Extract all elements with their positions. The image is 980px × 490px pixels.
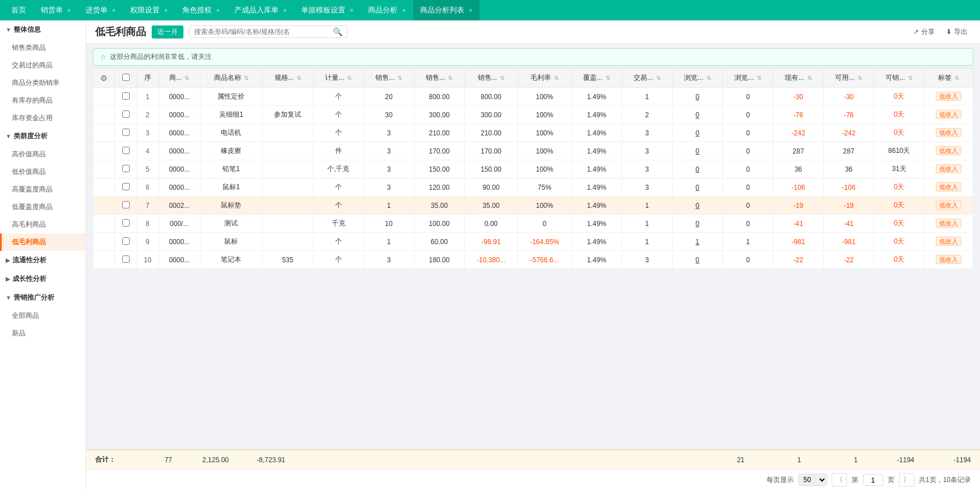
- view1-link[interactable]: 0: [696, 184, 700, 191]
- col-settings[interactable]: ⚙: [93, 69, 115, 88]
- col-sale-count[interactable]: 销售... ⇅: [363, 69, 414, 88]
- select-all-checkbox[interactable]: [122, 74, 130, 81]
- view1-link[interactable]: 1: [696, 238, 700, 246]
- sidebar-item-high-margin[interactable]: 高毛利商品: [0, 216, 85, 233]
- settings-icon[interactable]: ⚙: [100, 74, 108, 83]
- cell-checkbox[interactable]: [115, 215, 136, 233]
- cell-view1[interactable]: 0: [672, 160, 722, 178]
- sidebar-item-sales-goods[interactable]: 销售类商品: [0, 39, 85, 57]
- sidebar-group-overall[interactable]: ▼ 整体信息: [0, 20, 85, 39]
- row-checkbox[interactable]: [122, 255, 130, 263]
- cell-view1[interactable]: 0: [672, 124, 722, 142]
- search-icon[interactable]: 🔍: [333, 27, 343, 36]
- col-checkbox[interactable]: [115, 69, 136, 88]
- col-sellable[interactable]: 可销... ⇅: [874, 69, 925, 88]
- col-trade[interactable]: 交易... ⇅: [622, 69, 672, 88]
- col-name[interactable]: 商品名称 ⇅: [200, 69, 262, 88]
- view1-link[interactable]: 0: [696, 111, 700, 119]
- sidebar-group-flow[interactable]: ▶ 流通性分析: [0, 251, 85, 270]
- sidebar-item-low-coverage[interactable]: 低覆盖度商品: [0, 198, 85, 216]
- per-page-select[interactable]: 50 100 200: [798, 474, 827, 486]
- sidebar-group-marketing[interactable]: ▼ 营销推广分析: [0, 288, 85, 307]
- sidebar-group-growth[interactable]: ▶ 成长性分析: [0, 270, 85, 288]
- row-checkbox[interactable]: [122, 201, 130, 208]
- row-checkbox[interactable]: [122, 110, 130, 118]
- cell-view1[interactable]: 1: [672, 233, 722, 251]
- nav-role[interactable]: 角色授权 ×: [176, 0, 226, 20]
- sidebar-item-traded-goods[interactable]: 交易过的商品: [0, 57, 85, 74]
- view1-link[interactable]: 0: [696, 256, 700, 264]
- nav-analysis-list-close[interactable]: ×: [469, 7, 472, 14]
- nav-template-close[interactable]: ×: [350, 7, 353, 14]
- search-input[interactable]: [194, 28, 333, 36]
- nav-sales-close[interactable]: ×: [67, 7, 71, 14]
- cell-checkbox[interactable]: [115, 233, 136, 251]
- sidebar-item-all-goods[interactable]: 全部商品: [0, 307, 85, 325]
- sidebar-item-high-coverage[interactable]: 高覆盖度商品: [0, 181, 85, 198]
- col-spec[interactable]: 规格... ⇅: [262, 69, 313, 88]
- nav-home[interactable]: 首页: [5, 0, 33, 20]
- prev-page-button[interactable]: 〈: [832, 473, 847, 487]
- period-button[interactable]: 近一月: [152, 25, 183, 39]
- nav-analysis-close[interactable]: ×: [402, 7, 405, 14]
- nav-purchase[interactable]: 进货单 ×: [79, 0, 122, 20]
- sidebar-item-inventory-capital[interactable]: 库存资金占用: [0, 109, 85, 127]
- row-checkbox[interactable]: [122, 147, 130, 154]
- cell-checkbox[interactable]: [115, 160, 136, 178]
- sidebar-item-stocked-goods[interactable]: 有库存的商品: [0, 92, 85, 109]
- cell-checkbox[interactable]: [115, 124, 136, 142]
- nav-purchase-close[interactable]: ×: [112, 7, 115, 14]
- cell-view1[interactable]: 0: [672, 106, 722, 124]
- nav-permission-close[interactable]: ×: [164, 7, 168, 14]
- sidebar-group-cluster[interactable]: ▼ 类群度分析: [0, 127, 85, 146]
- cell-checkbox[interactable]: [115, 106, 136, 124]
- sidebar-item-new-goods[interactable]: 新品: [0, 325, 85, 342]
- row-checkbox[interactable]: [122, 237, 130, 245]
- cell-checkbox[interactable]: [115, 142, 136, 160]
- share-button[interactable]: ↗ 分享: [910, 26, 938, 38]
- view1-link[interactable]: 0: [696, 165, 700, 173]
- cell-checkbox[interactable]: [115, 251, 136, 269]
- row-checkbox[interactable]: [122, 129, 130, 136]
- nav-product-in[interactable]: 产成品入库单 ×: [228, 0, 293, 20]
- row-checkbox[interactable]: [122, 165, 130, 172]
- view1-link[interactable]: 0: [696, 202, 700, 210]
- col-view2[interactable]: 浏览... ⇅: [722, 69, 773, 88]
- sidebar-item-low-value[interactable]: 低价值商品: [0, 163, 85, 181]
- row-checkbox[interactable]: [122, 183, 130, 190]
- cell-checkbox[interactable]: [115, 197, 136, 215]
- col-unit[interactable]: 计量... ⇅: [313, 69, 363, 88]
- nav-analysis-list[interactable]: 商品分析列表 ×: [413, 0, 479, 20]
- cell-view1[interactable]: 0: [672, 88, 722, 106]
- page-number-input[interactable]: [863, 474, 883, 486]
- nav-template[interactable]: 单据模板设置 ×: [294, 0, 360, 20]
- row-checkbox[interactable]: [122, 219, 130, 227]
- cell-view1[interactable]: 0: [672, 178, 722, 197]
- col-coverage[interactable]: 覆盖... ⇅: [571, 69, 622, 88]
- view1-link[interactable]: 0: [696, 147, 700, 155]
- col-available[interactable]: 可用... ⇅: [824, 69, 874, 88]
- col-gross-rate[interactable]: 毛利率 ⇅: [517, 69, 571, 88]
- view1-link[interactable]: 0: [696, 129, 700, 137]
- view1-link[interactable]: 0: [696, 220, 700, 228]
- col-tag[interactable]: 标签 ⇅: [925, 69, 973, 88]
- col-sale-profit[interactable]: 销售... ⇅: [464, 69, 517, 88]
- view1-link[interactable]: 0: [696, 93, 700, 101]
- sidebar-item-category-rate[interactable]: 商品分类助销率: [0, 74, 85, 92]
- col-current[interactable]: 现有... ⇅: [773, 69, 824, 88]
- nav-analysis[interactable]: 商品分析 ×: [361, 0, 412, 20]
- sidebar-item-low-margin[interactable]: 低毛利商品: [0, 233, 85, 251]
- row-checkbox[interactable]: [122, 92, 130, 100]
- nav-sales[interactable]: 销货单 ×: [34, 0, 78, 20]
- nav-role-close[interactable]: ×: [216, 7, 220, 14]
- cell-checkbox[interactable]: [115, 88, 136, 106]
- nav-product-in-close[interactable]: ×: [283, 7, 286, 14]
- cell-view1[interactable]: 0: [672, 215, 722, 233]
- col-sale-price[interactable]: 销售... ⇅: [414, 69, 464, 88]
- cell-view1[interactable]: 0: [672, 197, 722, 215]
- nav-permission[interactable]: 权限设置 ×: [123, 0, 174, 20]
- cell-checkbox[interactable]: [115, 178, 136, 197]
- next-page-button[interactable]: 〉: [899, 473, 914, 487]
- cell-view1[interactable]: 0: [672, 251, 722, 269]
- col-code[interactable]: 商... ⇅: [159, 69, 200, 88]
